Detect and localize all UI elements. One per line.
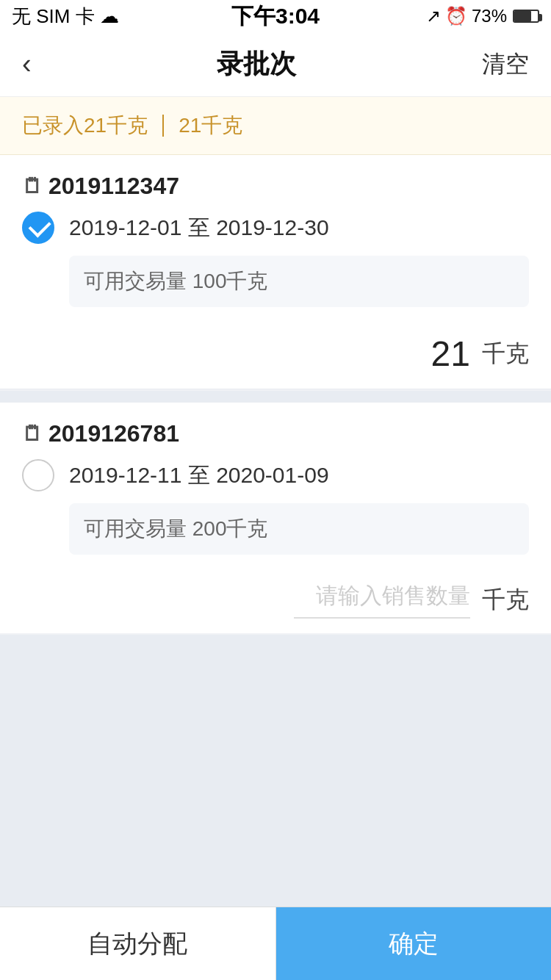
empty-area — [0, 635, 551, 929]
bottom-bar: 自动分配 确定 — [0, 907, 551, 980]
status-time: 下午3:04 — [231, 1, 320, 32]
batch-card-1: 🗒 2019112347 2019-12-01 至 2019-12-30 可用交… — [0, 155, 551, 389]
sim-label: 无 SIM 卡 ☁ — [12, 4, 119, 29]
batch-row-1[interactable]: 2019-12-01 至 2019-12-30 — [0, 209, 551, 256]
divider-1 — [0, 391, 551, 403]
page-title: 录批次 — [217, 46, 296, 82]
amount-value-1: 21 — [431, 334, 470, 374]
status-right: ↗ ⏰ 73% — [426, 6, 539, 26]
doc-icon-1: 🗒 — [22, 174, 43, 198]
amount-row-1: 21 千克 — [0, 319, 551, 389]
auto-distribute-button[interactable]: 自动分配 — [0, 907, 276, 980]
batch-date-2: 2019-12-11 至 2020-01-09 — [69, 461, 329, 491]
batch-id-2: 🗒 2019126781 — [22, 420, 179, 447]
direction-icon: ↗ — [426, 6, 441, 26]
qty-input-2[interactable]: 请输入销售数量 — [294, 581, 470, 619]
doc-icon-2: 🗒 — [22, 422, 43, 446]
total-label: 21千克 — [179, 112, 242, 140]
batch-qty-2: 可用交易量 200千克 — [69, 503, 529, 555]
batch-id-1: 🗒 2019112347 — [22, 173, 179, 200]
batch-qty-1: 可用交易量 100千克 — [69, 256, 529, 307]
amount-input-wrapper: 21 — [431, 334, 470, 374]
input-row-2: 请输入销售数量 千克 — [0, 566, 551, 633]
radio-1[interactable] — [22, 212, 54, 244]
battery-icon — [513, 10, 539, 23]
status-left: 无 SIM 卡 ☁ — [12, 4, 119, 29]
batch-row-2[interactable]: 2019-12-11 至 2020-01-09 — [0, 456, 551, 503]
confirm-button[interactable]: 确定 — [276, 907, 552, 980]
batch-card-2: 🗒 2019126781 2019-12-11 至 2020-01-09 可用交… — [0, 403, 551, 633]
info-divider — [162, 115, 164, 137]
battery-label: 73% — [472, 6, 507, 26]
back-button[interactable]: ‹ — [22, 48, 32, 80]
input-unit-2: 千克 — [482, 584, 529, 616]
clear-button[interactable]: 清空 — [482, 48, 529, 81]
radio-2[interactable] — [22, 459, 54, 491]
status-bar: 无 SIM 卡 ☁ 下午3:04 ↗ ⏰ 73% — [0, 0, 551, 32]
info-banner: 已录入21千克 21千克 — [0, 97, 551, 155]
batch-header-2: 🗒 2019126781 — [0, 403, 551, 456]
batch-date-1: 2019-12-01 至 2019-12-30 — [69, 213, 329, 243]
nav-bar: ‹ 录批次 清空 — [0, 32, 551, 97]
amount-unit-1: 千克 — [482, 338, 529, 370]
recorded-label: 已录入21千克 — [22, 112, 148, 140]
batch-header-1: 🗒 2019112347 — [0, 155, 551, 209]
alarm-icon: ⏰ — [445, 6, 467, 26]
